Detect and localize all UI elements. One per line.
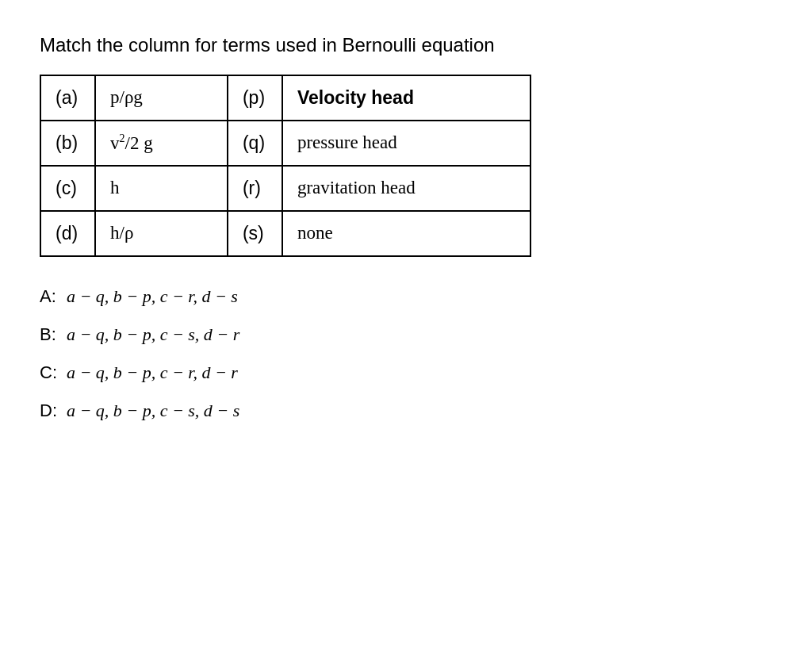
table-row: (c)h(r)gravitation head [40,166,530,211]
row-expression: v2/2 g [95,121,228,166]
row-label: (c) [40,166,95,211]
option-letter: D: [40,393,62,428]
option-text: a − q, b − p, c − r, d − r [67,355,238,390]
option-text: a − q, b − p, c − s, d − s [67,393,239,428]
option-item[interactable]: A:a − q, b − p, c − r, d − s [40,279,772,314]
match-label: (q) [228,121,282,166]
match-term: gravitation head [282,166,530,211]
match-table: (a)p/ρg(p)Velocity head(b)v2/2 g(q)press… [40,75,531,257]
row-label: (d) [40,211,95,256]
row-expression: h/ρ [95,211,228,256]
option-item[interactable]: D:a − q, b − p, c − s, d − s [40,393,772,428]
match-term: pressure head [282,121,530,166]
table-row: (b)v2/2 g(q)pressure head [40,121,530,166]
match-label: (p) [228,75,282,121]
option-letter: A: [40,279,62,314]
row-expression: h [95,166,228,211]
option-text: a − q, b − p, c − s, d − r [67,317,239,352]
match-label: (s) [228,211,282,256]
table-row: (d)h/ρ(s)none [40,211,530,256]
match-label: (r) [228,166,282,211]
row-label: (b) [40,121,95,166]
option-text: a − q, b − p, c − r, d − s [67,279,238,314]
match-term: none [282,211,530,256]
question-text: Match the column for terms used in Berno… [40,32,772,59]
row-label: (a) [40,75,95,121]
options-section: A:a − q, b − p, c − r, d − sB:a − q, b −… [40,279,772,428]
main-container: Match the column for terms used in Berno… [40,32,772,431]
option-item[interactable]: B:a − q, b − p, c − s, d − r [40,317,772,352]
option-item[interactable]: C:a − q, b − p, c − r, d − r [40,355,772,390]
table-row: (a)p/ρg(p)Velocity head [40,75,530,121]
row-expression: p/ρg [95,75,228,121]
option-letter: B: [40,317,62,352]
match-term: Velocity head [282,75,530,121]
option-letter: C: [40,355,62,390]
